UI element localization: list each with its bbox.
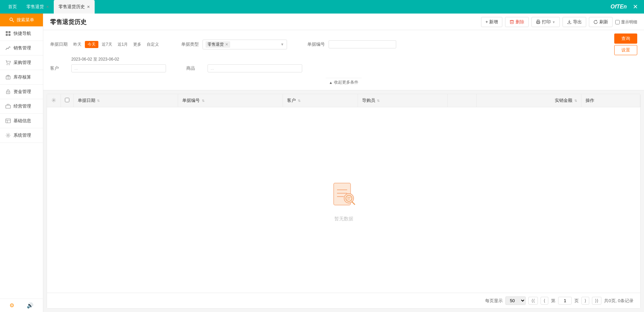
svg-line-30 — [352, 202, 355, 204]
pagination-page-input[interactable] — [558, 297, 572, 305]
sidebar-item-finance[interactable]: 资金管理 — [0, 85, 43, 99]
filter-customer-label: 客户 — [50, 65, 69, 71]
filter-date-label: 单据日期 — [50, 41, 69, 47]
th-checkbox[interactable] — [61, 94, 73, 107]
sidebar-item-quick-nav[interactable]: 快捷导航 — [0, 26, 43, 41]
toolbar-right: + 新增 删除 — [481, 17, 637, 27]
delete-icon — [509, 20, 514, 24]
filter-customer-input[interactable]: ... — [71, 64, 166, 72]
th-settings[interactable] — [47, 94, 61, 107]
th-customer[interactable]: 客户 ⇅ — [283, 94, 358, 107]
filter-customer-item: 客户 ... — [50, 64, 166, 72]
tab-home-label: 首页 — [8, 4, 17, 10]
sidebar-item-system[interactable]: 系统管理 — [0, 128, 43, 143]
tab-retail-return-label: 零售退货 — [26, 4, 44, 10]
filter-type-select[interactable]: 零售退货 ✕ ▼ — [202, 40, 287, 49]
filter-goods-item: 商品 ... — [186, 64, 302, 72]
date-btn-more[interactable]: 更多 — [131, 41, 143, 48]
date-btn-yesterday[interactable]: 昨天 — [71, 41, 84, 48]
display-detail-input[interactable] — [615, 20, 620, 24]
tab-retail-return-history-close[interactable]: ✕ — [87, 5, 90, 9]
filter-type-tag-close[interactable]: ✕ — [225, 42, 228, 47]
th-amount[interactable]: 实销金额 ⇅ — [476, 94, 581, 107]
svg-point-7 — [9, 64, 9, 65]
date-btn-1month[interactable]: 近1月 — [116, 41, 130, 48]
sidebar-item-purchase-mgmt[interactable]: 采购管理 — [0, 55, 43, 70]
pagination-first-btn[interactable]: ⟨⟨ — [528, 297, 538, 305]
settings-btn[interactable]: 设置 — [614, 45, 637, 55]
sidebar-item-inventory[interactable]: 库存核算 — [0, 70, 43, 85]
svg-point-23 — [53, 99, 54, 101]
tab-retail-return-close[interactable]: ✕ — [46, 5, 49, 9]
export-btn[interactable]: 导出 — [563, 17, 586, 27]
date-btn-today[interactable]: 今天 — [85, 41, 98, 48]
th-action-label: 操作 — [586, 98, 594, 103]
svg-rect-4 — [6, 34, 8, 36]
refresh-btn-label: 刷新 — [599, 19, 608, 25]
sidebar-volume-btn[interactable]: 🔊 — [27, 302, 33, 309]
add-btn[interactable]: + 新增 — [481, 17, 502, 27]
select-all-checkbox[interactable] — [65, 98, 69, 102]
sidebar-item-finance-label: 资金管理 — [14, 89, 31, 95]
filter-number-input[interactable] — [329, 40, 396, 48]
th-date[interactable]: 单据日期 ⇅ — [73, 94, 178, 107]
table-header-row: 单据日期 ⇅ 单据编号 ⇅ 客户 ⇅ — [47, 94, 640, 107]
tab-home[interactable]: 首页 — [3, 0, 22, 14]
tab-retail-return-history[interactable]: 零售退货历史 ✕ — [54, 0, 95, 14]
th-action: 操作 — [581, 94, 640, 107]
export-icon — [567, 20, 572, 24]
delete-btn[interactable]: 删除 — [505, 17, 529, 27]
export-btn-label: 导出 — [573, 19, 582, 25]
sidebar-item-base-info[interactable]: 基础信息 — [0, 114, 43, 128]
svg-rect-13 — [6, 119, 10, 123]
svg-rect-12 — [6, 105, 10, 108]
page-title: 零售退货历史 — [50, 18, 87, 26]
sidebar-item-operations[interactable]: 经营管理 — [0, 99, 43, 114]
add-btn-label: + 新增 — [485, 19, 498, 25]
refresh-btn[interactable]: 刷新 — [589, 17, 613, 27]
print-btn[interactable]: 打印 ▼ — [531, 17, 560, 27]
main-area: 搜索菜单 快捷导航 销售管理 — [0, 14, 644, 312]
sidebar-item-sales-mgmt[interactable]: 销售管理 — [0, 41, 43, 55]
page-header-section: 零售退货历史 + 新增 — [43, 14, 644, 30]
window-close-btn[interactable]: ✕ — [630, 3, 641, 10]
pagination-page-suffix: 页 — [574, 298, 579, 304]
pagination-per-page-label: 每页显示 — [485, 298, 503, 304]
date-btn-custom[interactable]: 自定义 — [145, 41, 161, 48]
collapse-row: ▲ 收起更多条件 — [50, 76, 637, 87]
table-icon — [5, 118, 11, 124]
top-bar: 首页 零售退货 ✕ 零售退货历史 ✕ OfTEn ✕ — [0, 0, 644, 14]
th-guide[interactable]: 导购员 ⇅ — [358, 94, 448, 107]
sidebar-search-btn[interactable]: 搜索菜单 — [0, 14, 43, 26]
pagination-prev-btn[interactable]: ⟨ — [541, 297, 548, 305]
sidebar-item-operations-label: 经营管理 — [14, 103, 31, 109]
display-detail-checkbox[interactable]: 显示明细 — [615, 19, 637, 25]
date-range-value: 2023-06-02 至 2023-06-02 — [71, 57, 119, 62]
empty-state-icon — [327, 178, 361, 212]
th-customer-label: 客户 — [287, 98, 296, 103]
table-container: 单据日期 ⇅ 单据编号 ⇅ 客户 ⇅ — [47, 94, 641, 309]
sidebar-bottom: ⚙ 🔊 — [0, 298, 43, 312]
page-size-select[interactable]: 50 10 20 100 — [505, 296, 526, 305]
filter-area: 单据日期 昨天 今天 近7天 近1月 更多 自定义 单据类型 — [43, 30, 644, 90]
pagination-last-btn[interactable]: ⟩⟩ — [592, 297, 601, 305]
filter-goods-label: 商品 — [186, 65, 205, 71]
svg-rect-22 — [537, 22, 539, 24]
sidebar-item-base-info-label: 基础信息 — [14, 118, 31, 124]
chart-icon — [5, 45, 11, 51]
sidebar-gear-btn[interactable]: ⚙ — [9, 302, 14, 309]
th-amount-sort: ⇅ — [574, 99, 577, 103]
display-detail-label: 显示明细 — [621, 19, 637, 25]
tab-retail-return[interactable]: 零售退货 ✕ — [22, 0, 54, 14]
date-btn-7days[interactable]: 近7天 — [100, 41, 114, 48]
tab-retail-return-history-label: 零售退货历史 — [58, 4, 85, 10]
collapse-btn[interactable]: ▲ 收起更多条件 — [326, 78, 362, 87]
pagination-bar: 每页显示 50 10 20 100 ⟨⟨ ⟨ 第 页 ⟩ ⟩⟩ 共0页, 0条记… — [47, 293, 640, 308]
filter-type-value: 零售退货 — [208, 42, 224, 47]
th-number[interactable]: 单据编号 ⇅ — [178, 94, 283, 107]
filter-type-item: 单据类型 零售退货 ✕ ▼ — [181, 40, 287, 49]
filter-goods-input[interactable]: ... — [208, 64, 302, 72]
query-btn[interactable]: 查询 — [614, 34, 637, 44]
lock-icon — [5, 89, 11, 94]
pagination-next-btn[interactable]: ⟩ — [581, 297, 589, 305]
